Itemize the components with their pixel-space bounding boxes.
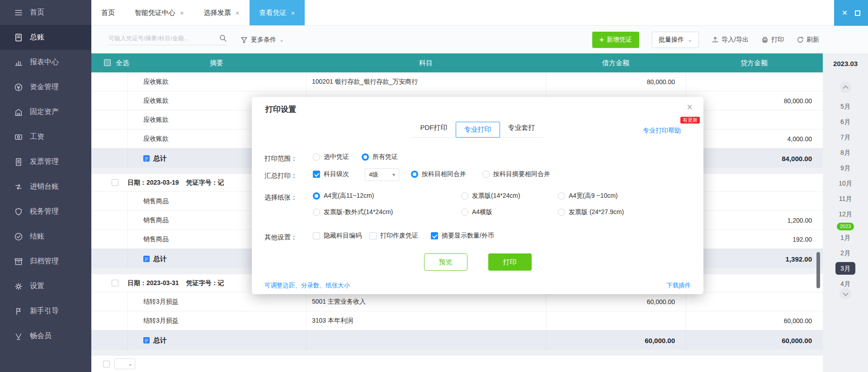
tab-close-icon[interactable]: × xyxy=(180,9,184,17)
sidebar-item-settings[interactable]: 设置 xyxy=(0,274,91,299)
tab-pdf-print[interactable]: PDF打印 xyxy=(412,120,456,137)
tab-close-icon[interactable]: × xyxy=(236,9,240,17)
month-item-active[interactable]: 3月 xyxy=(823,261,868,276)
tab-professional-print[interactable]: 专业打印 xyxy=(456,122,500,138)
vertical-scrollbar-thumb[interactable] xyxy=(816,252,820,288)
tab-close-icon[interactable]: × xyxy=(291,9,295,17)
tax-shield-icon xyxy=(14,207,24,217)
sidebar-item-guide[interactable]: 新手引导 xyxy=(0,299,91,324)
sidebar-item-invoice[interactable]: 发票管理 xyxy=(0,149,91,174)
sidebar-item-inventory-ledger[interactable]: 进销台账 xyxy=(0,174,91,199)
batch-actions-button[interactable]: 批量操作 ⌄ xyxy=(652,32,699,48)
table-row[interactable]: 结转3月损益 5001 主营业务收入 60,000.00 xyxy=(91,292,823,311)
sidebar-item-payroll[interactable]: 工资 xyxy=(0,124,91,149)
month-item[interactable]: 6月 xyxy=(823,114,868,129)
chevron-down-icon: ⌄ xyxy=(279,37,284,43)
tab-smart-voucher-center[interactable]: 智能凭证中心 × xyxy=(125,0,194,25)
table-header: 全选 摘要 科目 借方金额 贷方金额 xyxy=(91,53,823,72)
preview-button[interactable]: 预览 xyxy=(424,253,467,271)
maximize-icon[interactable] xyxy=(855,10,860,16)
refresh-button[interactable]: 刷新 xyxy=(797,36,819,44)
checkbox-checked-icon xyxy=(313,171,320,178)
sidebar-item-member[interactable]: 畅会员 xyxy=(0,324,91,348)
month-item[interactable]: 11月 xyxy=(823,191,868,206)
print-settings-dialog: 打印设置 × PDF打印 专业打印 专业套打 专业打印帮助 有更新 打印范围： … xyxy=(252,97,703,294)
scroll-down-button[interactable] xyxy=(840,288,851,300)
sidebar-item-funds[interactable]: 资金管理 xyxy=(0,75,91,100)
sidebar-item-fixed-assets[interactable]: 固定资产 xyxy=(0,100,91,124)
sidebar-item-archive[interactable]: 归档管理 xyxy=(0,249,91,274)
tab-view-voucher[interactable]: 查看凭证 × xyxy=(250,0,305,25)
paper-row-2: 发票版-数外式(14*24cm) A4横版 发票版 (24*27.9cm) xyxy=(252,208,703,220)
period-rail: 2023.03 5月 6月 7月 8月 9月 10月 11月 12月 2023 … xyxy=(823,53,868,372)
checkbox-checked-icon xyxy=(431,232,438,239)
radio-selected-vouchers[interactable]: 选中凭证 xyxy=(313,153,349,161)
plus-icon: + xyxy=(599,35,604,44)
dialog-close-icon[interactable]: × xyxy=(687,101,693,113)
radio-paper-invoice-14-24[interactable]: 发票版(14*24cm) xyxy=(461,192,520,200)
pagination-partial: ⌄ xyxy=(91,356,823,372)
sidebar-item-general-ledger[interactable]: 总账 xyxy=(0,25,91,50)
current-period[interactable]: 2023.03 xyxy=(823,60,868,67)
month-item[interactable]: 7月 xyxy=(823,129,868,145)
chevron-down-icon xyxy=(843,290,849,296)
table-row[interactable]: 结转3月损益 3103 本年利润 60,000.00 xyxy=(91,311,823,330)
table-row[interactable]: 应收账款 100201 银行存款_银行存款_万安商行 80,000.00 xyxy=(91,72,823,91)
invoice-icon xyxy=(14,157,24,167)
professional-print-help-link[interactable]: 专业打印帮助 xyxy=(643,127,681,135)
checkbox-print-voided[interactable]: 打印作废凭证 xyxy=(369,232,418,240)
radio-icon xyxy=(558,192,565,200)
month-item[interactable]: 12月 xyxy=(823,206,868,222)
row-checkbox[interactable] xyxy=(103,361,110,367)
radio-merge-same-account[interactable]: 按科目相同合并 xyxy=(411,170,466,178)
search-icon[interactable] xyxy=(219,34,227,42)
filter-funnel-icon xyxy=(241,36,248,43)
add-voucher-button[interactable]: + 新增凭证 xyxy=(592,32,639,48)
row-checkbox[interactable] xyxy=(112,280,118,286)
select-all-checkbox[interactable] xyxy=(104,59,111,66)
month-item[interactable]: 9月 xyxy=(823,160,868,176)
import-export-button[interactable]: 导入/导出 xyxy=(712,36,749,44)
radio-merge-same-account-summary[interactable]: 按科目摘要相同合并 xyxy=(482,170,550,178)
month-item[interactable]: 1月 xyxy=(823,230,868,245)
tab-professional-preprinted[interactable]: 专业套打 xyxy=(500,120,543,137)
checkbox-icon xyxy=(313,232,320,239)
month-item[interactable]: 8月 xyxy=(823,145,868,160)
month-item[interactable]: 2月 xyxy=(823,245,868,261)
radio-all-vouchers[interactable]: 所有凭证 xyxy=(362,153,398,161)
month-item[interactable]: 5月 xyxy=(823,99,868,114)
checkbox-show-qty-currency[interactable]: 摘要显示数量/外币 xyxy=(431,232,494,240)
adjust-settings-link[interactable]: 可调整边距、分录数、纸张大小 xyxy=(264,281,350,290)
chevron-up-icon xyxy=(843,85,849,91)
close-icon[interactable]: ✕ xyxy=(842,9,848,17)
column-header-debit: 借方金额 xyxy=(602,53,629,72)
sidebar-item-reports[interactable]: 报表中心 xyxy=(0,50,91,75)
total-icon xyxy=(143,337,150,343)
download-plugin-link[interactable]: 下载插件 xyxy=(666,281,691,290)
month-item[interactable]: 10月 xyxy=(823,176,868,191)
print-button[interactable]: 打印 xyxy=(761,36,784,44)
row-checkbox[interactable] xyxy=(112,179,118,186)
print-button[interactable]: 打印 xyxy=(488,253,532,271)
checkbox-hide-account-code[interactable]: 隐藏科目编码 xyxy=(313,232,362,240)
tab-bar: 首页 智能凭证中心 × 选择发票 × 查看凭证 × ✕ xyxy=(91,0,868,26)
column-header-credit: 贷方金额 xyxy=(741,53,768,72)
more-filters-button[interactable]: 更多条件 ⌄ xyxy=(241,36,284,44)
sidebar-item-closing[interactable]: 结账 xyxy=(0,224,91,249)
chevron-down-icon: ⌄ xyxy=(128,361,132,367)
search-input[interactable] xyxy=(108,35,219,42)
scroll-up-button[interactable] xyxy=(840,81,851,93)
level-select[interactable]: 4级 ▾ xyxy=(365,168,399,181)
checkbox-account-level[interactable]: 科目级次 xyxy=(313,170,349,178)
radio-paper-a4-landscape[interactable]: A4横版 xyxy=(461,208,492,216)
tab-home[interactable]: 首页 xyxy=(91,0,125,25)
tab-select-invoice[interactable]: 选择发票 × xyxy=(194,0,250,25)
sidebar-item-tax[interactable]: 税务管理 xyxy=(0,199,91,224)
radio-paper-a4-wide-9-10[interactable]: A4宽(高9 ~10cm) xyxy=(558,192,618,200)
radio-paper-invoice-ext[interactable]: 发票版-数外式(14*24cm) xyxy=(313,208,393,216)
radio-paper-a4-wide-11-12[interactable]: A4宽(高11~12cm) xyxy=(313,192,374,200)
page-size-select[interactable]: ⌄ xyxy=(114,358,135,369)
sidebar-item-home[interactable]: 首页 xyxy=(0,0,91,25)
radio-paper-invoice-24-279[interactable]: 发票版 (24*27.9cm) xyxy=(558,208,624,216)
closing-check-icon xyxy=(14,232,24,242)
